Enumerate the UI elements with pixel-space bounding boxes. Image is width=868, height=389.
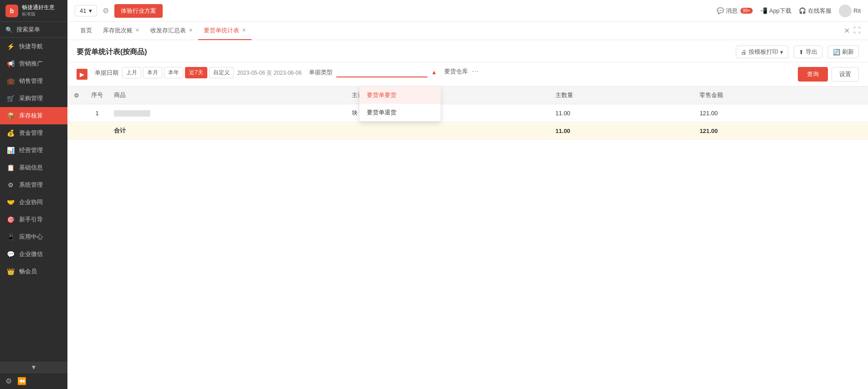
sidebar-item-member[interactable]: 👑 畅会员 [0,263,67,280]
page-content: 要货单统计表(按商品) 🖨 按模板打印 ▾ ⬆ 导出 🔄 刷新 ▶ [67,40,868,389]
online-service-item[interactable]: 🎧 在线客服 [799,7,832,15]
dropdown-item-order-return[interactable]: 要货单退货 [360,104,441,121]
sidebar-item-purchase[interactable]: 🛒 采购管理 [0,90,67,107]
app-download-item[interactable]: 📲 App下载 [760,7,791,15]
store-selector[interactable]: 41 ▾ [75,5,97,16]
sidebar-item-label: 企业协同 [19,198,43,206]
page-header: 要货单统计表(按商品) 🖨 按模板打印 ▾ ⬆ 导出 🔄 刷新 [67,40,868,62]
col-header-amount: 零售金额 [694,87,868,104]
table-header-row: ⚙ 序号 商品 主计量单位 主数量 零售金额 [67,87,868,104]
service-icon: 🎧 [799,7,806,14]
last-7-days-btn[interactable]: 近7天 [185,67,207,78]
sidebar-item-quick-nav[interactable]: ⚡ 快捷导航 [0,38,67,55]
sidebar-item-label: 销售管理 [19,77,43,85]
tab-order-summary-close[interactable]: ✕ [242,27,246,33]
sidebar-item-label: 库存核算 [19,112,43,120]
sidebar-item-label: 畅会员 [19,267,37,276]
marketing-icon: 📢 [5,60,15,67]
type-filter-group: 单据类型 ▲ [309,67,437,77]
type-dropdown-menu: 要货单要货 要货单退货 [359,86,441,122]
query-button[interactable]: 查询 [798,67,828,82]
app-logo-text: 畅捷通好生意 标准版 [22,4,55,18]
avatar [839,5,852,17]
col-header-settings[interactable]: ⚙ [67,87,86,104]
sidebar-item-operation[interactable]: 📊 经营管理 [0,142,67,159]
sidebar-item-label: 营销推广 [19,60,43,68]
expand-window-icon[interactable]: ⛶ [853,26,861,35]
quick-nav-icon: ⚡ [5,43,15,50]
download-icon: 📲 [760,7,767,14]
export-label: 导出 [806,48,817,56]
sidebar-search-item[interactable]: 🔍 搜索菜单 [0,22,67,38]
header-settings-icon[interactable]: ⚙ [103,6,109,15]
tab-order-summary[interactable]: 要货单统计表 ✕ [198,22,252,40]
cell-amount: 121.00 [694,104,868,122]
tab-receipt-summary-close[interactable]: ✕ [189,27,193,33]
cell-quantity: 11.00 [550,104,694,122]
user-profile[interactable]: Rit [839,5,861,17]
template-print-button[interactable]: 🖨 按模板打印 ▾ [736,46,788,58]
cell-settings [67,104,86,122]
tab-batch-account[interactable]: 库存批次账 ✕ [98,22,145,40]
wechat-icon: 💬 [5,251,15,258]
sidebar-item-wechat[interactable]: 💬 企业微信 [0,246,67,263]
sidebar-collapse-icon[interactable]: ⏪ [17,377,26,385]
sidebar-search-label: 搜索菜单 [16,26,40,34]
custom-date-btn[interactable]: 自定义 [209,67,234,78]
sidebar-item-label: 应用中心 [19,233,43,241]
prev-month-btn[interactable]: 上月 [122,67,141,78]
close-window-icon[interactable]: ✕ [844,26,850,35]
dropdown-item-order-goods[interactable]: 要货单要货 [360,87,441,104]
tab-home-label: 首页 [80,26,92,35]
date-filter-group: 单据日期 上月 本月 本年 近7天 自定义 2023-05-06 至 2023-… [95,67,302,78]
user-name: Rit [853,7,861,14]
sidebar-logo: b 畅捷通好生意 标准版 [0,0,67,22]
sidebar-item-label: 采购管理 [19,94,43,102]
table-container: ⚙ 序号 商品 主计量单位 主数量 零售金额 1 [67,87,868,389]
guide-icon: 🎯 [5,216,15,223]
sidebar-item-label: 基础信息 [19,164,43,172]
messages-item[interactable]: 💬 消息 99+ [717,7,753,15]
industry-btn[interactable]: 体验行业方案 [114,4,163,18]
filter-expand-button[interactable]: ▶ [77,69,87,80]
export-button[interactable]: ⬆ 导出 [794,46,822,58]
settings-button[interactable]: 设置 [832,67,859,82]
sidebar-item-appstore[interactable]: 📱 应用中心 [0,228,67,246]
sidebar-settings-icon[interactable]: ⚙ [5,377,12,385]
sidebar-item-system[interactable]: ⚙ 系统管理 [0,176,67,194]
sidebar-item-marketing[interactable]: 📢 营销推广 [0,55,67,72]
tab-batch-account-label: 库存批次账 [103,26,133,35]
sidebar-item-inventory[interactable]: 📦 库存核算 [0,107,67,124]
tab-home[interactable]: 首页 [75,22,98,40]
type-filter-input[interactable] [336,67,427,77]
operation-icon: 📊 [5,147,15,154]
refresh-button[interactable]: 🔄 刷新 [828,46,859,58]
sidebar-scroll-down-button[interactable]: ▼ [0,362,67,373]
sidebar-item-sales[interactable]: 💼 销售管理 [0,72,67,90]
main-area: 41 ▾ ⚙ 体验行业方案 💬 消息 99+ 📲 App下载 🎧 在线客服 [67,0,868,389]
sidebar-item-label: 系统管理 [19,181,43,189]
sidebar-item-finance[interactable]: 💰 资金管理 [0,124,67,142]
sidebar-item-enterprise[interactable]: 🤝 企业协同 [0,194,67,211]
inventory-icon: 📦 [5,112,15,119]
sidebar-item-guide[interactable]: 🎯 新手引导 [0,211,67,228]
type-dropdown-icon[interactable]: ▲ [431,69,437,76]
col-header-quantity: 主数量 [550,87,694,104]
header-right: 💬 消息 99+ 📲 App下载 🎧 在线客服 Rit [717,5,861,17]
messages-label: 消息 [726,7,738,15]
this-month-btn[interactable]: 本月 [143,67,162,78]
tab-batch-account-close[interactable]: ✕ [135,27,139,33]
date-range-buttons: 上月 本月 本年 近7天 自定义 [122,67,234,78]
summary-label: 合计 [108,122,346,140]
chevron-down-icon: ▾ [780,49,783,56]
type-filter-label: 单据类型 [309,68,333,77]
sidebar-item-basic[interactable]: 📋 基础信息 [0,159,67,176]
app-download-label: App下载 [769,7,791,15]
tabs-bar: 首页 库存批次账 ✕ 收发存汇总表 ✕ 要货单统计表 ✕ ✕ ⛶ [67,22,868,40]
finance-icon: 💰 [5,129,15,137]
warehouse-more-icon[interactable]: ⋯ [472,67,479,76]
sidebar-item-label: 快捷导航 [19,42,43,51]
member-icon: 👑 [5,268,15,275]
this-year-btn[interactable]: 本年 [164,67,183,78]
tab-receipt-summary[interactable]: 收发存汇总表 ✕ [145,22,198,40]
